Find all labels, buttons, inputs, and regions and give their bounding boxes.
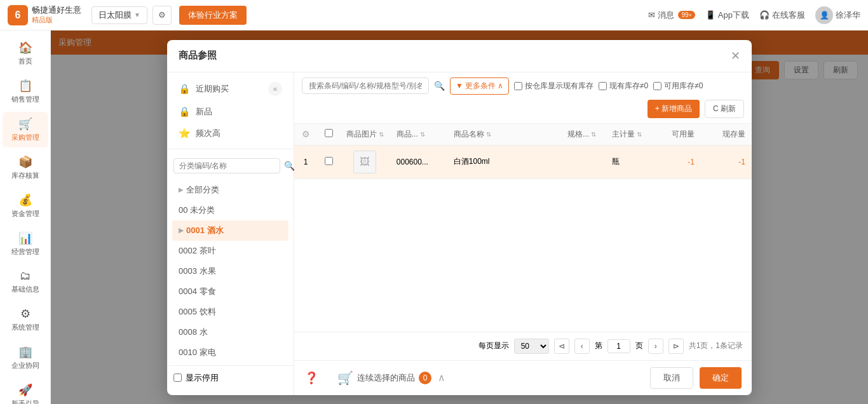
nav-right-area: ✉ 消息 99+ 📱 App下载 🎧 在线客服 👤 徐泽华 (648, 6, 860, 24)
sidebar-item-inventory[interactable]: 📦 库存核算 (3, 150, 48, 185)
cat-0003[interactable]: 0003 水果 (172, 261, 288, 281)
page-last-button[interactable]: ⊳ (668, 339, 684, 354)
confirm-button[interactable]: 确定 (700, 367, 742, 389)
category-search-input[interactable] (173, 158, 280, 173)
cat-0004[interactable]: 0004 零食 (172, 281, 288, 302)
sidebar-label-sales: 销售管理 (11, 95, 39, 104)
page-next-button[interactable]: › (648, 339, 663, 354)
sidebar-item-basic[interactable]: 🗂 基础信息 (3, 264, 48, 299)
star-icon: ⭐ (179, 128, 191, 139)
col-header-num: ⚙ (294, 124, 317, 145)
product-search-icon[interactable]: 🔍 (434, 81, 445, 91)
warehouse-stock-filter[interactable]: 按仓库显示现有库存 (514, 81, 593, 91)
store-selector[interactable]: 日太阳膜 ▼ (92, 6, 147, 24)
frequent-tab[interactable]: ⭐ 频次高 (172, 123, 288, 144)
modal-footer: ❓ 🛒 连续选择的商品 0 ∧ 取消 确定 (294, 360, 752, 395)
trial-button[interactable]: 体验行业方案 (179, 6, 247, 25)
col-header-unit[interactable]: 主计量 (606, 124, 650, 145)
main-layout: 🏠 首页 📋 销售管理 🛒 采购管理 📦 库存核算 💰 资金管理 📊 经营管理 … (0, 30, 868, 404)
page-prev-button[interactable]: ‹ (574, 339, 590, 354)
sidebar-item-operation[interactable]: 📊 经营管理 (3, 226, 48, 262)
cat-0002-label: 0002 茶叶 (179, 245, 216, 257)
cat-00[interactable]: 00 未分类 (172, 200, 288, 220)
sidebar-item-system[interactable]: ⚙ 系统管理 (3, 302, 48, 337)
category-search-icon[interactable]: 🔍 (284, 161, 295, 171)
sidebar-item-enterprise[interactable]: 🏢 企业协同 (3, 340, 48, 375)
new-product-tab[interactable]: 🔒 新品 (172, 102, 288, 122)
category-tree: ▶ 全部分类 00 未分类 ▶ 0001 酒水 0002 茶 (167, 177, 294, 365)
product-reference-modal: 商品参照 ✕ 🔒 近期购买 « � (167, 40, 752, 395)
available-stock-checkbox[interactable] (599, 82, 607, 90)
user-area[interactable]: 👤 徐泽华 (815, 6, 860, 24)
cell-checkbox[interactable] (317, 145, 340, 178)
row-checkbox[interactable] (325, 157, 333, 165)
purchase-icon: 🛒 (18, 117, 32, 131)
sidebar-label-home: 首页 (18, 57, 32, 66)
store-name: 日太阳膜 (98, 10, 132, 21)
product-search-input[interactable] (302, 77, 429, 94)
available-stock-filter[interactable]: 现有库存≠0 (599, 81, 648, 91)
page-first-button[interactable]: ⊲ (554, 339, 569, 354)
app-download-button[interactable]: 📱 App下载 (705, 10, 749, 21)
collapse-button[interactable]: « (268, 82, 282, 96)
cancel-button[interactable]: 取消 (650, 367, 693, 389)
customer-service-button[interactable]: 🎧 在线客服 (759, 10, 805, 21)
page-size-select[interactable]: 50 10 20 100 (514, 339, 549, 354)
cat-0010[interactable]: 0010 家电 (172, 342, 288, 363)
inventory-icon: 📦 (18, 155, 32, 169)
more-conditions-label: 更多条件 (465, 81, 496, 91)
col-header-spec[interactable]: 规格... (561, 124, 606, 145)
page-label: 第 (595, 340, 602, 351)
cat-0008[interactable]: 0008 水 (172, 322, 288, 342)
table-row[interactable]: 1 🖼 (294, 145, 752, 178)
usable-stock-checkbox[interactable] (653, 82, 661, 90)
message-button[interactable]: ✉ 消息 99+ (648, 10, 695, 21)
pagination-row: 每页显示 50 10 20 100 ⊲ ‹ 第 页 (294, 332, 752, 360)
show-disabled-checkbox[interactable] (173, 374, 182, 382)
sidebar-item-home[interactable]: 🏠 首页 (3, 36, 48, 71)
add-product-button[interactable]: + 新增商品 (648, 100, 700, 118)
left-quick-tabs: 🔒 近期购买 « 🔒 新品 ⭐ 频次高 (167, 77, 294, 149)
sidebar-item-guide[interactable]: 🚀 新手引导 (3, 378, 48, 404)
recent-label: 近期购买 (196, 83, 229, 95)
cart-icon[interactable]: 🛒 (337, 370, 353, 386)
sidebar: 🏠 首页 📋 销售管理 🛒 采购管理 📦 库存核算 💰 资金管理 📊 经营管理 … (0, 30, 51, 404)
frequent-label: 频次高 (196, 128, 220, 139)
cell-stock-qty: -1 (701, 145, 752, 178)
chevron-down-icon: ▼ (134, 11, 140, 18)
help-icon[interactable]: ❓ (304, 371, 318, 385)
select-all-checkbox[interactable] (325, 129, 333, 137)
sales-icon: 📋 (18, 79, 32, 93)
recent-purchase-tab[interactable]: 🔒 近期购买 « (172, 77, 288, 100)
sidebar-item-purchase[interactable]: 🛒 采购管理 (3, 112, 48, 147)
modal-close-button[interactable]: ✕ (731, 49, 740, 63)
basic-icon: 🗂 (20, 269, 31, 283)
warehouse-stock-checkbox[interactable] (514, 82, 522, 90)
modal-left-panel: 🔒 近期购买 « 🔒 新品 ⭐ 频次高 (167, 72, 294, 395)
col-header-code[interactable]: 商品... (390, 124, 447, 145)
sidebar-item-sales[interactable]: 📋 销售管理 (3, 74, 48, 109)
settings-col-icon[interactable]: ⚙ (302, 129, 310, 139)
col-header-name[interactable]: 商品名称 (447, 124, 561, 145)
page-number-input[interactable] (607, 339, 630, 353)
cat-0001[interactable]: ▶ 0001 酒水 (172, 220, 288, 241)
settings-icon[interactable]: ⚙ (153, 6, 172, 25)
cat-0008-label: 0008 水 (179, 327, 208, 338)
system-icon: ⚙ (20, 307, 31, 321)
finance-icon: 💰 (18, 193, 32, 207)
headset-icon: 🎧 (759, 10, 770, 20)
more-conditions-button[interactable]: ▼ 更多条件 ∧ (450, 77, 509, 95)
cell-product-image: 🖼 (340, 145, 390, 178)
sidebar-item-finance[interactable]: 💰 资金管理 (3, 188, 48, 224)
col-header-check (317, 124, 340, 145)
col-header-img[interactable]: 商品图片 (340, 124, 390, 145)
cat-0005[interactable]: 0005 饮料 (172, 302, 288, 322)
cat-0002[interactable]: 0002 茶叶 (172, 241, 288, 261)
cell-row-num: 1 (294, 145, 317, 178)
refresh-button[interactable]: C 刷新 (705, 100, 744, 118)
cat-all[interactable]: ▶ 全部分类 (172, 180, 288, 200)
collapse-footer-icon[interactable]: ∧ (438, 372, 445, 384)
show-disabled-label: 显示停用 (186, 372, 219, 384)
cart-label: 连续选择的商品 (357, 372, 415, 384)
usable-stock-filter[interactable]: 可用库存≠0 (653, 81, 703, 91)
